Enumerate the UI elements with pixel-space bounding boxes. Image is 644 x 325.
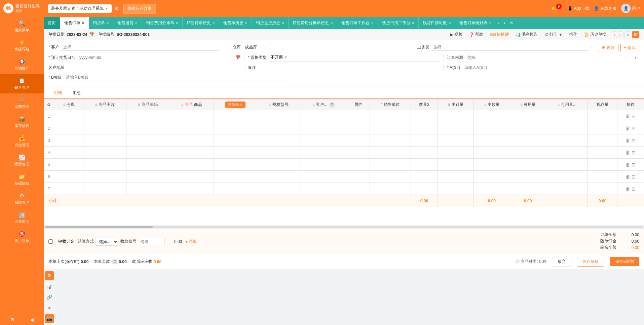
online-support-action[interactable]: 👤 在线客服	[594, 6, 616, 11]
sidebar-item-system[interactable]: ⚙ 系统管理	[0, 189, 44, 208]
sort-icon7[interactable]: ⇅	[448, 103, 450, 107]
sort-icon[interactable]: ⇅	[63, 103, 66, 107]
address-more-icon[interactable]: ···	[237, 66, 241, 70]
delivery-input[interactable]	[77, 54, 232, 61]
one-click-label[interactable]: 一键收订金	[48, 239, 74, 244]
right-panel-star-icon[interactable]: ★	[45, 303, 54, 312]
one-click-checkbox[interactable]	[48, 239, 53, 244]
col-settings[interactable]: ⚙	[44, 99, 54, 110]
tab-invoice-history[interactable]: 销货单历史 ✕	[219, 17, 252, 29]
delivery-calendar-icon[interactable]: 📅	[236, 55, 241, 60]
order-source-dropdown[interactable]: ▼	[632, 55, 639, 60]
collapse-icon[interactable]: ◀	[30, 317, 34, 322]
solution-button[interactable]: 体验行业方案	[123, 4, 156, 13]
tab-close-icon[interactable]: ✕	[245, 21, 248, 25]
scan-button[interactable]: 扫码录入	[225, 101, 245, 108]
add-material-btn[interactable]: + 物流	[620, 44, 639, 52]
add-payment-btn[interactable]: ● 添加	[185, 239, 196, 244]
right-panel-link-icon[interactable]: 🔗	[45, 293, 54, 301]
tab-close-icon[interactable]: ✕	[281, 21, 284, 25]
sidebar-item-marketing[interactable]: 📢 营销推广	[0, 55, 44, 74]
row-delete-icon[interactable]: 🗑	[626, 174, 630, 179]
toolbar-prev-icon[interactable]: ‹	[612, 31, 617, 38]
b-project-input[interactable]	[64, 74, 285, 81]
row-copy-icon[interactable]: ⊡	[632, 174, 636, 179]
sidebar-item-search[interactable]: 🔍 搜索菜单	[0, 17, 44, 36]
warehouse-more-icon[interactable]: ···	[262, 45, 266, 50]
sort-icon10[interactable]: ⇅	[557, 103, 560, 107]
row-delete-icon[interactable]: 🗑	[626, 138, 630, 143]
sort-icon2[interactable]: ⇅	[95, 103, 98, 107]
sidebar-item-purchase[interactable]: 🛒 采购管理	[0, 93, 44, 113]
sidebar-item-guide[interactable]: 🎯 新手引导	[0, 228, 44, 247]
print-dropdown-icon[interactable]: ▼	[559, 32, 563, 37]
sort-icon9[interactable]: ⇅	[520, 103, 523, 107]
col-info-icon[interactable]: ?	[329, 102, 335, 108]
preview-btn[interactable]: ▶ 视频	[449, 31, 464, 38]
order-source-more-icon[interactable]: ···	[625, 55, 629, 60]
row-copy-icon[interactable]: ⊡	[632, 162, 636, 167]
toolbar-next-icon[interactable]: ›	[618, 31, 623, 38]
tab-daily-reconcile[interactable]: 钱货日清对账 ✕	[419, 17, 455, 29]
tab-close-icon[interactable]: ✕	[212, 21, 215, 25]
shortcut-btn[interactable]: ⌨ 快捷键	[489, 31, 510, 38]
tab-close-icon[interactable]: ✕	[106, 21, 109, 25]
print-btn[interactable]: 🖨 打印 ▼	[543, 31, 564, 38]
right-panel-scan-icon[interactable]: 📷	[45, 314, 54, 323]
row-delete-icon[interactable]: 🗑	[626, 114, 630, 119]
tab-order-workbench[interactable]: 销售订单工作台 ✕	[337, 17, 378, 29]
product-types-icon[interactable]: ◎	[516, 259, 520, 264]
sidebar-item-inventory[interactable]: 📦 库存核算	[0, 113, 44, 132]
tab-return-history[interactable]: 销货退货历史 ✕	[252, 17, 289, 29]
row-copy-icon[interactable]: ⊡	[632, 138, 636, 143]
row-copy-icon[interactable]: ⊡	[632, 114, 636, 119]
sidebar-item-capital[interactable]: 💰 资金管理	[0, 132, 44, 151]
save-draft-button[interactable]: 保存草稿	[577, 257, 604, 267]
right-panel-settings-icon[interactable]: ⚙	[45, 271, 54, 280]
scroll-thumb[interactable]	[45, 226, 153, 228]
sidebar-item-enterprise[interactable]: 🏢 企业协同	[0, 208, 44, 228]
sidebar-item-operations[interactable]: 📈 经营管理	[0, 151, 44, 170]
tab-close-all[interactable]: ✕	[507, 17, 516, 29]
calendar-icon[interactable]: 📅	[89, 32, 94, 37]
tab-sales-expense[interactable]: 销售费用分摊单 ✕	[142, 17, 183, 29]
settings-btn[interactable]: ⚙ 设置	[598, 44, 618, 52]
save-new-button[interactable]: 保存&新增	[610, 257, 639, 266]
account-more-icon[interactable]: ···	[167, 239, 171, 244]
customer-input[interactable]	[61, 44, 219, 51]
tab-close-icon[interactable]: ✕	[371, 21, 374, 25]
tab-close-icon[interactable]: ✕	[412, 21, 414, 25]
tab-sales-order-history[interactable]: 销售订单历史 ✕	[183, 17, 219, 29]
tab-close-icon[interactable]: ✕	[489, 21, 492, 25]
discard-button[interactable]: 放弃	[552, 257, 571, 267]
tab-close-icon[interactable]: ✕	[82, 21, 84, 25]
operation-btn[interactable]: 操作	[568, 31, 579, 38]
row-delete-icon[interactable]: 🗑	[626, 150, 630, 155]
history-btn[interactable]: 📜 历史单据	[583, 31, 608, 38]
tab-daily-workbench[interactable]: 钱货日清工作台 ✕	[378, 17, 419, 29]
sidebar-item-quick-nav[interactable]: ⚡ 快捷导航	[0, 36, 44, 55]
tab-close-icon[interactable]: ✕	[448, 21, 451, 25]
horizontal-scrollbar[interactable]	[44, 225, 644, 229]
tab-sales-invoice[interactable]: 销货单 ✕	[89, 17, 113, 29]
debit-info-icon[interactable]: ?	[112, 259, 117, 265]
tab-home[interactable]: 首页	[44, 17, 60, 29]
system-title[interactable]: 装备及固定资产辅助管理系统 ▼	[48, 4, 112, 13]
address-input[interactable]	[67, 64, 234, 71]
row-copy-icon[interactable]: ⊡	[632, 186, 636, 192]
tab-close-icon[interactable]: ✕	[176, 21, 178, 25]
tab-close-icon[interactable]: ✕	[330, 21, 333, 25]
user-profile[interactable]: 👤 用户	[621, 4, 640, 13]
account-input[interactable]	[138, 238, 165, 245]
sort-icon5[interactable]: ⇅	[268, 103, 271, 107]
sort-icon4[interactable]: ⇅	[181, 103, 184, 107]
row-delete-icon[interactable]: 🗑	[626, 186, 630, 192]
settings-bottom-icon[interactable]: ⚙	[10, 317, 15, 322]
topbar-gear-icon[interactable]: ⚙	[114, 5, 119, 12]
order-source-input[interactable]	[465, 54, 622, 61]
tab-prev-arrow[interactable]: ‹	[496, 17, 502, 29]
a-project-input[interactable]	[462, 64, 639, 71]
tab-expense-history[interactable]: 销售费用分摊单历史 ✕	[289, 17, 337, 29]
tab-detail[interactable]: 明细	[48, 87, 67, 99]
tab-next-arrow[interactable]: ›	[502, 17, 507, 29]
